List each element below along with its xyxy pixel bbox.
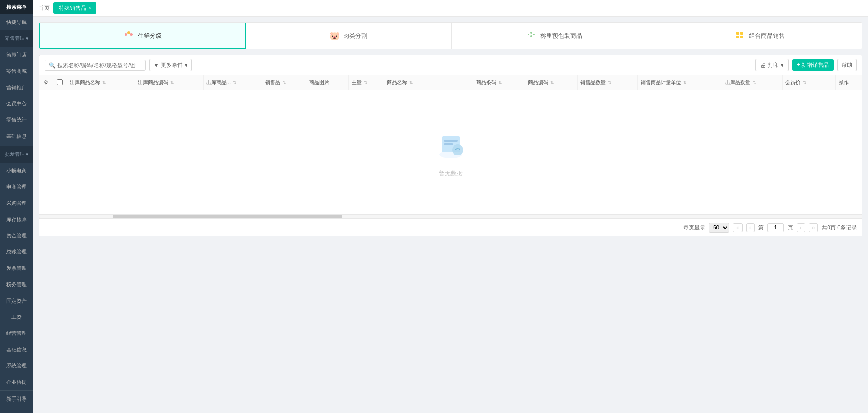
sidebar-item-member-center[interactable]: 会员中心 [0,96,33,112]
sidebar-item-ledger-mgmt[interactable]: 总账管理 [0,244,33,260]
sidebar-item-basic-info2[interactable]: 基础信息 [0,342,33,358]
toolbar: 🔍 ▼ 更多条件 ▾ 🖨 打印 ▾ + 新增销售品 [39,55,862,75]
svg-rect-14 [444,143,453,145]
horizontal-scrollbar[interactable] [39,214,862,218]
add-sale-button[interactable]: + 新增销售品 [792,59,834,71]
empty-state-icon [432,127,469,164]
toolbar-left: 🔍 ▼ 更多条件 ▾ [45,59,192,71]
sort-icon-sale-item: ⇅ [283,80,286,85]
sort-icon-out-qty: ⇅ [753,80,756,85]
sort-icon-out-code: ⇅ [170,80,174,85]
prev-page-button[interactable]: ‹ [746,223,755,232]
th-goods-code[interactable]: 商品编码 ⇅ [525,75,577,90]
tab-navigation: 生鲜分级 🐷 肉类分割 称重预包装商品 [39,22,862,49]
first-page-button[interactable]: « [733,223,743,232]
tab-combo-sales[interactable]: 组合商品销售 [657,23,862,49]
sort-icon-out-name: ⇅ [102,80,106,85]
sidebar-item-marketing[interactable]: 营销推广 [0,80,33,96]
th-action: 操作 [836,75,862,90]
filter-button[interactable]: ▼ 更多条件 ▾ [149,59,192,71]
sidebar-bottom: 新手引导 ⚙ [0,390,33,413]
tab-weigh-pack[interactable]: 称重预包装商品 [452,23,657,49]
sidebar-item-retail-stats[interactable]: 零售统计 [0,112,33,128]
select-all-checkbox[interactable] [57,79,63,85]
svg-point-17 [458,149,460,150]
topbar: 首页 特殊销售品 × [33,0,868,17]
print-button[interactable]: 🖨 打印 ▾ [755,59,789,71]
toolbar-right: 🖨 打印 ▾ + 新增销售品 帮助 [755,59,857,71]
sidebar-item-retail-mgmt[interactable]: 零售管理 ▾ [0,30,33,46]
weigh-pack-icon [526,30,537,41]
th-sale-item[interactable]: 销售品 ⇅ [262,75,306,90]
tab-fresh-grade[interactable]: 生鲜分级 [39,23,246,49]
print-icon: 🖨 [760,62,766,69]
th-goods-name[interactable]: 商品名称 ⇅ [384,75,473,90]
page-size-select[interactable]: 50 [709,223,729,233]
th-member-price[interactable]: 会员价 ⇅ [782,75,826,90]
th-img: 商品图片 [306,75,348,90]
th-out-name[interactable]: 出库商品名称 ⇅ [67,75,135,90]
svg-point-3 [528,34,529,35]
th-out-code[interactable]: 出库商品编码 ⇅ [135,75,204,90]
th-weight[interactable]: 主量 ⇅ [348,75,384,90]
svg-point-2 [130,33,133,36]
sort-icon-goods-code: ⇅ [550,80,554,85]
svg-rect-8 [740,32,743,35]
chevron-filter-icon: ▾ [185,62,187,69]
svg-rect-10 [740,36,743,38]
help-button[interactable]: 帮助 [837,59,857,71]
active-tab[interactable]: 特殊销售品 × [53,2,96,14]
sidebar-item-smart-store[interactable]: 智慧门店 [0,47,33,63]
sidebar-item-wholesale-mgmt[interactable]: 批发管理 ▾ [0,146,33,162]
page-number-input[interactable] [767,223,784,232]
last-page-button[interactable]: » [809,223,818,232]
tab-meat-cut[interactable]: 🐷 肉类分割 [246,23,451,49]
next-page-button[interactable]: › [797,223,805,232]
sidebar-item-ecom-mgmt[interactable]: 电商管理 [0,179,33,195]
th-out-qty[interactable]: 出库品数量 ⇅ [722,75,782,90]
scroll-thumb[interactable] [113,215,342,218]
meat-cut-icon: 🐷 [329,31,340,41]
sidebar-item-salary[interactable]: 工资 [0,309,33,325]
sort-icon-sale-unit: ⇅ [683,80,687,85]
th-out-spec[interactable]: 出库商品... ⇅ [204,75,262,90]
svg-point-5 [533,34,535,35]
sidebar-item-fixed-assets[interactable]: 固定资产 [0,293,33,309]
th-sale-qty[interactable]: 销售品数量 ⇅ [577,75,637,90]
sidebar-item-quick-nav[interactable]: 快捷导航 [0,14,33,30]
pagination: 每页显示 50 « ‹ 第 页 › » 共0页 0条记录 [39,218,862,236]
sidebar-item-capital-mgmt[interactable]: 资金管理 [0,228,33,244]
sidebar-item-invoice-mgmt[interactable]: 发票管理 [0,260,33,276]
sidebar: 搜索菜单 快捷导航 零售管理 ▾ 智慧门店 零售商城 营销推广 会员中心 零售统… [0,0,33,413]
sidebar-item-biz-mgmt[interactable]: 经营管理 [0,325,33,341]
page-content: 生鲜分级 🐷 肉类分割 称重预包装商品 [33,17,868,413]
search-input[interactable] [57,62,136,69]
print-chevron-icon: ▾ [781,62,783,69]
sidebar-item-sys-mgmt[interactable]: 系统管理 [0,358,33,374]
sidebar-item-settings[interactable]: ⚙ [0,407,33,413]
th-empty [826,75,836,90]
tab-close-button[interactable]: × [88,6,91,11]
th-checkbox[interactable] [53,75,67,90]
th-settings[interactable]: ⚙ [39,75,53,90]
svg-point-0 [125,33,127,36]
sidebar-item-new-guide[interactable]: 新手引导 [0,391,33,407]
sidebar-item-tax-mgmt[interactable]: 税务管理 [0,276,33,293]
home-tab[interactable]: 首页 [39,4,50,12]
empty-state: 暂无数据 [39,90,862,214]
th-sale-unit[interactable]: 销售商品计量单位 ⇅ [637,75,722,90]
svg-point-6 [530,35,532,37]
sidebar-item-basic-info[interactable]: 基础信息 [0,128,33,144]
th-barcode[interactable]: 商品条码 ⇅ [473,75,525,90]
sidebar-item-mini-ecom[interactable]: 小畅电商 [0,163,33,179]
sidebar-item-inventory[interactable]: 库存核算 [0,212,33,228]
sidebar-item-retail-mall[interactable]: 零售商城 [0,63,33,79]
filter-icon: ▼ [153,62,159,69]
sort-icon-weight: ⇅ [364,80,368,85]
search-box[interactable]: 🔍 [45,60,146,71]
sidebar-item-purchase-mgmt[interactable]: 采购管理 [0,195,33,211]
page-label-suffix: 页 [788,224,793,232]
svg-point-1 [127,31,130,34]
svg-rect-7 [736,32,739,35]
sidebar-item-corp-agreement[interactable]: 企业协同 [0,374,33,390]
